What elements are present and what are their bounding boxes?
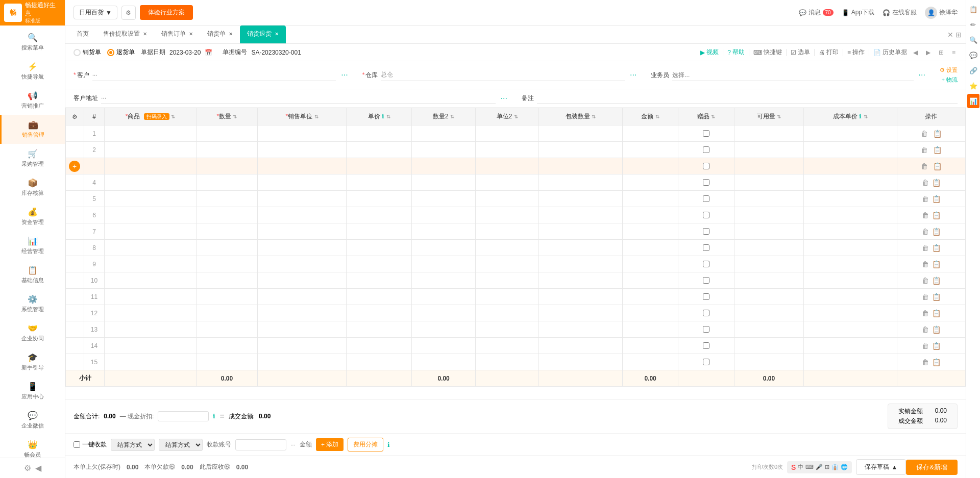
one-click-pay-input[interactable] <box>74 441 80 448</box>
sidebar-item-finance[interactable]: 💰 资金管理 <box>0 202 65 231</box>
row-2-amount[interactable] <box>622 142 678 158</box>
row-1-cost[interactable] <box>804 125 897 142</box>
row-4-delete-icon[interactable]: 🗑 <box>920 179 930 187</box>
row-14-gift-checkbox[interactable] <box>703 342 709 349</box>
sidebar-item-inventory[interactable]: 📦 库存核算 <box>0 173 65 202</box>
rs-edit-icon[interactable]: ✏ <box>967 17 979 32</box>
sidebar-item-marketing[interactable]: 📢 营销推广 <box>0 86 65 115</box>
fee-split-button[interactable]: 费用分摊 <box>348 438 383 451</box>
warehouse-expand-icon[interactable]: ··· <box>628 70 639 80</box>
scan-btn[interactable]: 扫码录入 <box>144 113 169 120</box>
row-3-avail[interactable] <box>734 158 804 174</box>
breadcrumb-selector[interactable]: 日用百货 ▼ <box>74 6 117 19</box>
calc-method-select[interactable]: 结算方式 <box>159 439 203 451</box>
row-8-gift-checkbox[interactable] <box>703 244 709 251</box>
address-expand-icon[interactable]: ··· <box>499 94 509 103</box>
col-unit-sort-icon[interactable]: ⇅ <box>314 114 318 119</box>
row-2-product[interactable] <box>105 142 197 158</box>
row-13-delete-icon[interactable]: 🗑 <box>920 325 930 334</box>
customer-expand-icon[interactable]: ··· <box>339 70 350 80</box>
row-11-copy-icon[interactable]: 📋 <box>930 293 942 301</box>
row-12-gift-checkbox[interactable] <box>703 310 709 316</box>
sidebar-item-purchase[interactable]: 🛒 采购管理 <box>0 144 65 173</box>
col-avail-sort-icon[interactable]: ⇅ <box>777 114 781 119</box>
row-15-copy-icon[interactable]: 📋 <box>930 358 942 366</box>
row-9-gift-checkbox[interactable] <box>703 261 709 267</box>
row-7-gift-checkbox[interactable] <box>703 228 709 235</box>
row-2-qty[interactable] <box>197 142 258 158</box>
row-2-cost[interactable] <box>804 142 897 158</box>
rs-link-icon[interactable]: 🔗 <box>967 63 979 78</box>
shortcut-action[interactable]: ⌨ 快捷键 <box>753 48 782 57</box>
col-gift-sort-icon[interactable]: ⇅ <box>711 114 715 119</box>
save-new-button[interactable]: 保存&新增 <box>906 460 958 475</box>
row-1-copy-icon[interactable]: 📋 <box>932 130 943 138</box>
settings-button[interactable]: ⚙ 设置 <box>940 66 958 74</box>
col-unit2-sort-icon[interactable]: ⇅ <box>514 114 518 119</box>
col-qty-sort-icon[interactable]: ⇅ <box>233 114 237 119</box>
tab-home[interactable]: 首页 <box>69 26 96 43</box>
row-8-copy-icon[interactable]: 📋 <box>930 244 942 252</box>
tab-sale-out[interactable]: 销货单 ✕ <box>200 26 240 43</box>
row-3-amount[interactable] <box>622 158 678 174</box>
row-9-delete-icon[interactable]: 🗑 <box>920 260 930 268</box>
row-4-copy-icon[interactable]: 📋 <box>930 179 942 187</box>
sidebar-item-beginner[interactable]: 🎓 新手引导 <box>0 347 65 376</box>
calendar-icon[interactable]: 📅 <box>205 49 212 56</box>
table-gear-icon[interactable]: ⚙ <box>72 113 78 120</box>
add-fee-button[interactable]: + 添加 <box>316 438 344 451</box>
row-1-amount[interactable] <box>622 125 678 142</box>
sidebar-item-wechat[interactable]: 💬 企业微信 <box>0 406 65 435</box>
row-1-unit[interactable] <box>257 125 346 142</box>
col-amount-sort-icon[interactable]: ⇅ <box>655 114 659 119</box>
row-1-qty2[interactable] <box>412 125 475 142</box>
tab-sale-price-close-icon[interactable]: ✕ <box>143 31 147 37</box>
row-2-copy-icon[interactable]: 📋 <box>932 146 943 154</box>
save-draft-caret-icon[interactable]: ▲ <box>891 464 897 471</box>
tab-close-all-icon[interactable]: ✕ <box>947 31 953 39</box>
row-7-delete-icon[interactable]: 🗑 <box>920 228 930 236</box>
row-3-unit[interactable] <box>257 158 346 174</box>
sidebar-item-quick-nav[interactable]: ⚡ 快捷导航 <box>0 57 65 86</box>
add-row-button[interactable]: + <box>69 161 80 172</box>
row-3-product[interactable] <box>105 158 197 174</box>
print-action[interactable]: 🖨 打印 <box>819 48 839 57</box>
row-2-delete-icon[interactable]: 🗑 <box>919 146 929 154</box>
row-3-delete-icon[interactable]: 🗑 <box>919 162 929 170</box>
sidebar-item-basic-info[interactable]: 📋 基础信息 <box>0 260 65 289</box>
row-2-price[interactable] <box>347 142 412 158</box>
row-8-delete-icon[interactable]: 🗑 <box>920 244 930 252</box>
sidebar-item-member[interactable]: 👑 畅会员 <box>0 435 65 458</box>
rs-comment-icon[interactable]: 💬 <box>967 48 979 62</box>
row-7-copy-icon[interactable]: 📋 <box>930 228 942 236</box>
logistics-button[interactable]: + 物流 <box>942 76 958 84</box>
row-4-gift-checkbox[interactable] <box>703 179 709 186</box>
row-11-delete-icon[interactable]: 🗑 <box>920 293 930 301</box>
row-2-qty2[interactable] <box>412 142 475 158</box>
help-action[interactable]: ? 帮助 <box>727 48 745 57</box>
select-action[interactable]: ☑ 选单 <box>791 48 810 57</box>
remark-input[interactable] <box>537 92 958 104</box>
sidebar-item-search[interactable]: 🔍 搜索菜单 <box>0 28 65 57</box>
settle-method-select[interactable]: 结算方式 <box>111 439 155 451</box>
warehouse-input[interactable]: 总仓 <box>381 69 625 81</box>
row-2-unit2[interactable] <box>475 142 538 158</box>
col-pkg-sort-icon[interactable]: ⇅ <box>592 114 596 119</box>
row-3-unit2[interactable] <box>475 158 538 174</box>
view-list-icon[interactable]: ≡ <box>950 49 958 56</box>
row-6-delete-icon[interactable]: 🗑 <box>920 211 930 219</box>
row-11-gift-checkbox[interactable] <box>703 293 709 300</box>
row-6-copy-icon[interactable]: 📋 <box>930 211 942 219</box>
radio-sale-out[interactable]: 销货单 <box>74 48 101 57</box>
experience-button[interactable]: 体验行业方案 <box>140 5 193 20</box>
sidebar-settings-icon[interactable]: ⚙ <box>24 463 31 473</box>
row-1-qty[interactable] <box>197 125 258 142</box>
history-action[interactable]: 📄 历史单据 <box>873 48 907 57</box>
rs-star-icon[interactable]: ⭐ <box>967 79 979 93</box>
row-15-gift-checkbox[interactable] <box>703 359 709 365</box>
address-input[interactable] <box>101 92 496 104</box>
operation-action[interactable]: ≡ 操作 <box>847 48 865 57</box>
tab-sale-return-close-icon[interactable]: ✕ <box>275 31 279 37</box>
account-input[interactable] <box>235 439 286 450</box>
row-1-pkg[interactable] <box>539 125 623 142</box>
